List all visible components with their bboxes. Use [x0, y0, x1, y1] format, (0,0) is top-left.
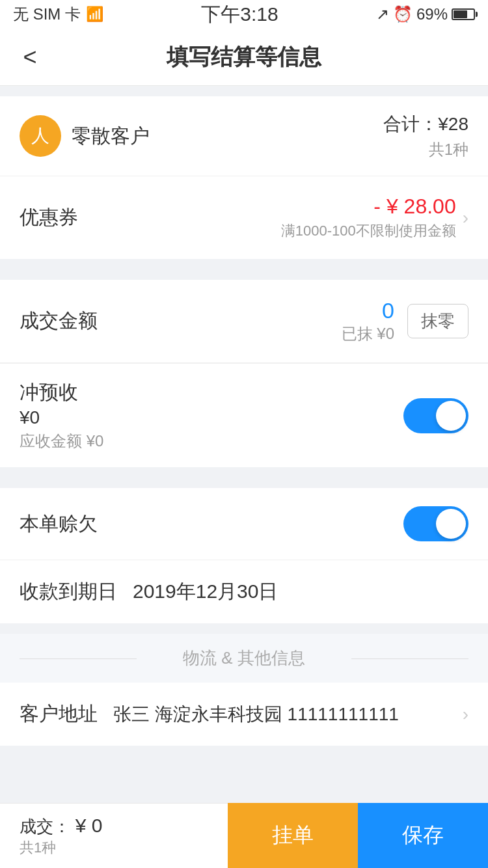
footer-deal-amount: ¥ 0	[75, 815, 103, 836]
coupon-row[interactable]: 优惠券 - ¥ 28.00 满1000-100不限制使用金额 ›	[0, 176, 488, 259]
separator-1	[0, 259, 488, 269]
advance-sub: 应收金额 ¥0	[20, 431, 103, 452]
debt-section: 本单赊欠	[0, 488, 488, 560]
status-right: ↗ ⏰ 69%	[376, 5, 475, 23]
deal-amount-row: 成交金额 0 已抹 ¥0 抹零	[0, 280, 488, 363]
address-row[interactable]: 客户地址 张三 海淀永丰科技园 11111111111 ›	[0, 683, 488, 746]
advance-row: 冲预收 ¥0 应收金额 ¥0	[0, 363, 488, 467]
footer-deal-label: 成交：	[20, 817, 70, 836]
separator-2	[0, 467, 488, 478]
customer-name: 零散客户	[72, 123, 150, 150]
customer-section: 人 零散客户 合计：¥28 共1种 优惠券 - ¥ 28.00 满1000-10…	[0, 96, 488, 259]
deal-amount-section: 成交金额 0 已抹 ¥0 抹零 冲预收 ¥0 应收金额 ¥0	[0, 280, 488, 467]
round-zero-button[interactable]: 抹零	[407, 304, 468, 338]
customer-row: 人 零散客户 合计：¥28 共1种	[0, 96, 488, 176]
avatar: 人	[20, 115, 61, 157]
coupon-discount: - ¥ 28.00	[281, 195, 456, 219]
deal-amount-value[interactable]: 0	[342, 298, 394, 323]
page-title: 填写结算等信息	[167, 42, 321, 72]
customer-info: 人 零散客户	[20, 115, 150, 157]
status-left: 无 SIM 卡 📶	[13, 4, 103, 25]
footer-info: 成交： ¥ 0 共1种	[0, 803, 228, 868]
deal-amount-label: 成交金额	[20, 308, 98, 334]
hang-button[interactable]: 挂单	[228, 803, 358, 868]
customer-total: 合计：¥28 共1种	[383, 112, 468, 160]
save-button[interactable]: 保存	[358, 803, 488, 868]
wifi-icon: 📶	[86, 6, 103, 23]
advance-amount: ¥0	[20, 407, 103, 428]
duedate-value: 2019年12月30日	[133, 578, 278, 605]
coupon-value-area: - ¥ 28.00 满1000-100不限制使用金额	[281, 195, 456, 241]
toggle-knob	[436, 401, 466, 431]
status-time: 下午3:18	[201, 1, 278, 28]
chevron-right-icon: ›	[463, 208, 468, 228]
address-value: 张三 海淀永丰科技园 11111111111	[113, 702, 463, 727]
coupon-right: - ¥ 28.00 满1000-100不限制使用金额 ›	[281, 195, 468, 241]
footer-count: 共1种	[20, 838, 208, 858]
coupon-desc: 满1000-100不限制使用金额	[281, 221, 456, 241]
deal-amount-right: 0 已抹 ¥0 抹零	[342, 298, 468, 344]
address-label: 客户地址	[20, 701, 98, 727]
location-icon: ↗	[376, 5, 389, 23]
carrier-text: 无 SIM 卡	[13, 4, 81, 25]
duedate-label: 收款到期日	[20, 578, 117, 605]
logistics-label: 物流 & 其他信息	[183, 648, 305, 668]
advance-info: 冲预收 ¥0 应收金额 ¥0	[20, 379, 103, 452]
coupon-label: 优惠券	[20, 204, 78, 231]
battery-icon	[452, 8, 475, 20]
duedate-row: 收款到期日 2019年12月30日	[0, 560, 488, 623]
advance-label: 冲预收	[20, 379, 103, 406]
debt-label: 本单赊欠	[20, 511, 98, 537]
advance-toggle[interactable]	[403, 398, 468, 433]
deal-amount-sub: 已抹 ¥0	[342, 323, 394, 344]
address-chevron-icon: ›	[463, 704, 468, 725]
footer: 成交： ¥ 0 共1种 挂单 保存	[0, 803, 488, 868]
total-amount: 合计：¥28	[383, 112, 468, 137]
status-bar: 无 SIM 卡 📶 下午3:18 ↗ ⏰ 69%	[0, 0, 488, 29]
back-button[interactable]: <	[16, 43, 44, 72]
battery-text: 69%	[416, 5, 448, 23]
alarm-icon: ⏰	[393, 5, 413, 23]
debt-toggle[interactable]	[403, 506, 468, 541]
debt-toggle-knob	[436, 509, 466, 539]
logistics-divider: 物流 & 其他信息	[0, 634, 488, 683]
nav-bar: < 填写结算等信息	[0, 29, 488, 86]
footer-deal-line: 成交： ¥ 0	[20, 815, 208, 838]
total-count: 共1种	[383, 139, 468, 160]
